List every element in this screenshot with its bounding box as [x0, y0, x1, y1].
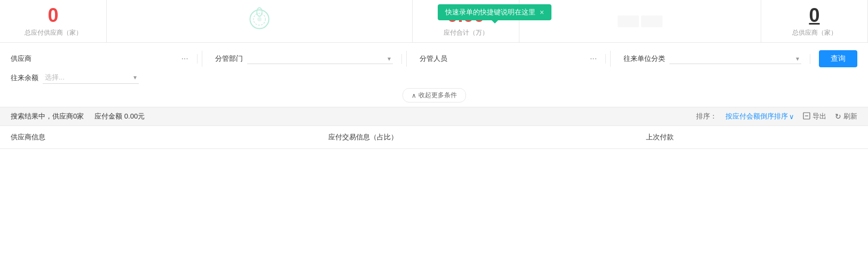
- supplier-label: 供应商: [11, 54, 37, 64]
- col-header-supplier-info: 供应商信息: [11, 132, 328, 142]
- supplier-dots-btn[interactable]: ···: [181, 54, 188, 64]
- table-body: [0, 149, 868, 256]
- shortcut-tooltip: 快速录单的快捷键说明在这里 ×: [438, 4, 551, 20]
- export-label: 导出: [812, 112, 826, 121]
- sort-value-text: 按应付会额倒序排序: [725, 112, 788, 121]
- sort-chevron-icon: ∨: [789, 113, 794, 121]
- stat-total-suppliers-label: 总供应商（家）: [792, 28, 837, 37]
- svg-point-2: [257, 7, 262, 16]
- stat-total-payable-suppliers: 0 总应付供应商（家）: [0, 0, 107, 42]
- filter-balance: 往来余额 选择... ▾: [11, 72, 182, 84]
- stat-total-suppliers: 0 总供应商（家）: [761, 0, 868, 42]
- sort-select[interactable]: 按应付会额倒序排序 ∨: [725, 112, 794, 121]
- decorative-icon-area: [107, 0, 413, 42]
- mint-decoration-icon: [242, 4, 277, 38]
- stat-payable-label: 总应付供应商（家）: [25, 28, 82, 37]
- refresh-button[interactable]: ↻ 刷新: [835, 112, 857, 121]
- stat-payable-count: 0: [48, 5, 58, 26]
- export-button[interactable]: 导出: [803, 112, 826, 121]
- collapse-label: 收起更多条件: [419, 91, 457, 100]
- export-svg-icon: [803, 112, 810, 120]
- department-label: 分管部门: [215, 54, 243, 64]
- refresh-label: 刷新: [843, 112, 857, 121]
- collapse-button[interactable]: ∧ 收起更多条件: [403, 88, 466, 103]
- filter-person: 分管人员 ···: [411, 54, 606, 64]
- results-actions: 排序： 按应付会额倒序排序 ∨ 导出 ↻ 刷新: [696, 112, 857, 121]
- balance-placeholder: 选择...: [45, 73, 65, 82]
- tooltip-text: 快速录单的快捷键说明在这里: [445, 7, 535, 17]
- middle-spacer: [519, 0, 761, 42]
- collapse-row: ∧ 收起更多条件: [11, 88, 857, 103]
- filter-department: 分管部门 ▾: [207, 54, 402, 64]
- export-icon: [803, 112, 810, 121]
- divider-2: [406, 51, 407, 67]
- balance-select[interactable]: 选择... ▾: [43, 72, 139, 84]
- filter-supplier: 供应商 ···: [11, 54, 198, 64]
- query-button[interactable]: 查询: [819, 50, 857, 67]
- supplier-input[interactable]: [42, 55, 179, 63]
- unit-category-select[interactable]: ▾: [669, 54, 801, 64]
- stat-payable-total-label: 应付合计（万）: [444, 28, 488, 37]
- divider-1: [202, 51, 202, 67]
- person-input[interactable]: [452, 55, 588, 63]
- collapse-icon: ∧: [412, 92, 416, 99]
- balance-chevron-icon: ▾: [133, 74, 137, 81]
- sort-prefix: 排序：: [696, 112, 717, 121]
- divider-3: [610, 51, 611, 67]
- department-chevron-icon: ▾: [388, 55, 391, 62]
- filter-unit-category: 往来单位分类 ▾: [615, 54, 810, 64]
- svg-point-3: [257, 17, 262, 21]
- balance-label: 往来余额: [11, 73, 38, 83]
- table-header: 供应商信息 应付交易信息（占比） 上次付款: [0, 126, 868, 149]
- unit-category-label: 往来单位分类: [624, 54, 665, 64]
- search-result-suppliers: 搜索结果中，供应商0家: [11, 112, 84, 121]
- unit-category-chevron-icon: ▾: [796, 55, 799, 62]
- filter-row-1: 供应商 ··· 分管部门 ▾ 分管人员 ··· 往来单位分类 ▾: [11, 50, 857, 67]
- stat-total-suppliers-value: 0: [809, 5, 819, 26]
- person-label: 分管人员: [420, 54, 447, 64]
- department-select[interactable]: ▾: [247, 54, 393, 64]
- col-header-last-payment: 上次付款: [646, 132, 858, 142]
- filter-row-2: 往来余额 选择... ▾: [11, 72, 857, 84]
- filter-bar: 供应商 ··· 分管部门 ▾ 分管人员 ··· 往来单位分类 ▾: [0, 43, 868, 107]
- results-bar: 搜索结果中，供应商0家 应付金额 0.00元 排序： 按应付会额倒序排序 ∨ 导…: [0, 107, 868, 126]
- person-dots-btn[interactable]: ···: [590, 54, 597, 64]
- refresh-icon: ↻: [835, 112, 841, 121]
- stats-bar: 0 总应付供应商（家） 0.00 应付合计（万） 0 总供应商（家） 快速录单的…: [0, 0, 868, 43]
- results-summary: 搜索结果中，供应商0家 应付金额 0.00元: [11, 112, 145, 121]
- search-result-amount: 应付金额 0.00元: [94, 112, 145, 121]
- col-header-transaction: 应付交易信息（占比）: [328, 132, 646, 142]
- tooltip-close-btn[interactable]: ×: [540, 8, 544, 17]
